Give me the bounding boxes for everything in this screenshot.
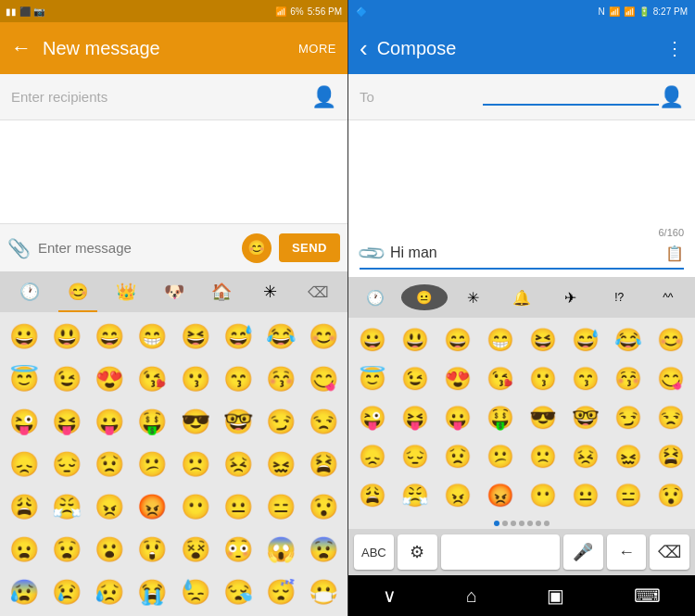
left-emoji-cell[interactable]: 😒 [303,401,344,442]
left-emoji-cell[interactable]: 😕 [132,444,172,484]
right-emoji-cell[interactable]: 😠 [437,477,478,514]
right-emoji-cell[interactable]: 😔 [395,438,436,475]
left-emoji-cell[interactable]: 😙 [218,358,259,399]
left-emoji-button[interactable]: 😊 [242,233,272,263]
left-emoji-cell[interactable]: 😠 [89,486,130,527]
left-emoji-cell[interactable]: 😉 [46,358,87,399]
right-emoji-cell[interactable]: 😙 [565,360,606,397]
right-abc-key[interactable]: ABC [354,534,394,570]
right-to-bar[interactable]: To 👤 [348,74,695,120]
left-message-input[interactable] [38,240,234,256]
right-emoji-cell[interactable]: 😁 [480,321,521,358]
left-contact-icon[interactable]: 👤 [311,85,336,109]
right-attach-icon[interactable]: 📎 [355,237,387,270]
left-emoji-cell[interactable]: 😚 [260,358,301,399]
right-emoji-cell[interactable]: 😒 [651,399,691,436]
left-emoji-cell[interactable]: 😓 [175,572,216,612]
right-emoji-cell[interactable]: 😣 [565,438,606,475]
left-tab-recent[interactable]: 🕐 [6,271,54,312]
left-back-button[interactable]: ← [11,36,32,60]
right-tab-travel[interactable]: ✈ [547,277,594,318]
right-delete-key[interactable]: ⌫ [650,534,689,570]
right-emoji-cell[interactable]: 😀 [352,321,393,358]
right-back-button[interactable]: ‹ [360,34,368,63]
left-emoji-cell[interactable]: 😔 [46,444,87,484]
right-emoji-cell[interactable]: 😄 [437,321,478,358]
left-emoji-cell[interactable]: 😁 [132,316,172,357]
left-emoji-cell[interactable]: 😦 [4,529,44,570]
right-more-button[interactable]: ⋮ [665,37,684,59]
right-to-input[interactable] [483,88,659,106]
left-emoji-cell[interactable]: 😵 [175,529,216,570]
right-emoji-cell[interactable]: 😖 [608,438,649,475]
right-emoji-cell[interactable]: 🤑 [480,399,521,436]
right-emoji-cell[interactable]: 😤 [395,477,436,514]
right-spacebar[interactable] [441,534,560,570]
right-emoji-cell[interactable]: 😉 [395,360,436,397]
left-emoji-cell[interactable]: 😂 [260,316,301,357]
left-emoji-cell[interactable]: 🤑 [132,401,172,442]
right-emoji-cell[interactable]: 😂 [608,321,649,358]
right-emoji-cell[interactable]: 😍 [437,360,478,397]
left-more-button[interactable]: MORE [298,42,336,56]
left-emoji-cell[interactable]: 😎 [175,401,216,442]
right-contact-icon[interactable]: 👤 [659,85,684,109]
left-emoji-cell[interactable]: 😢 [46,572,87,612]
left-tab-places[interactable]: 🏠 [197,271,246,312]
left-emoji-cell[interactable]: 🤓 [218,401,259,442]
right-back-key[interactable]: ← [607,534,647,570]
right-tab-punctuation[interactable]: !? [596,277,643,318]
left-emoji-cell[interactable]: 😋 [303,358,344,399]
right-message-area[interactable]: 6/160 📎 📋 [348,120,695,277]
nav-home-button[interactable]: ⌂ [466,585,477,607]
left-emoji-cell[interactable]: 😣 [218,444,259,484]
nav-keyboard-button[interactable]: ⌨ [634,585,661,607]
nav-back-button[interactable]: ∨ [383,585,397,607]
right-emoji-cell[interactable]: 😜 [352,399,393,436]
left-emoji-cell[interactable]: 😆 [175,316,216,357]
left-emoji-cell[interactable]: 😟 [89,444,130,484]
left-emoji-cell[interactable]: 😲 [132,529,172,570]
right-emoji-cell[interactable]: 😛 [437,399,478,436]
left-emoji-cell[interactable]: 😡 [132,486,172,527]
right-emoji-cell[interactable]: 😕 [480,438,521,475]
right-tab-arrows[interactable]: ^^ [644,277,691,318]
left-tab-crown[interactable]: 👑 [102,271,150,312]
right-emoji-cell[interactable]: 😚 [608,360,649,397]
left-emoji-cell[interactable]: 😍 [89,358,130,399]
left-emoji-cell[interactable]: 😖 [260,444,301,484]
right-emoji-cell[interactable]: 😅 [565,321,606,358]
left-emoji-cell[interactable]: 😝 [46,401,87,442]
left-tab-symbols[interactable]: ✳ [246,271,294,312]
right-emoji-cell[interactable]: 😘 [480,360,521,397]
right-tab-recent[interactable]: 🕐 [352,277,399,318]
left-emoji-cell[interactable]: 😅 [218,316,259,357]
left-tab-delete[interactable]: ⌫ [294,271,342,312]
right-emoji-cell[interactable]: 😝 [395,399,436,436]
right-emoji-cell[interactable]: 😫 [651,438,691,475]
left-emoji-cell[interactable]: 😴 [260,572,301,612]
left-emoji-cell[interactable]: 😩 [4,486,44,527]
left-emoji-cell[interactable]: 😧 [46,529,87,570]
right-tab-bell[interactable]: 🔔 [499,277,546,318]
left-emoji-cell[interactable]: 😱 [260,529,301,570]
left-emoji-cell[interactable]: 😃 [46,316,87,357]
left-emoji-cell[interactable]: 😯 [303,486,344,527]
left-emoji-cell[interactable]: 😳 [218,529,259,570]
left-emoji-cell[interactable]: 😰 [4,572,44,612]
right-emoji-cell[interactable]: 😐 [565,477,606,514]
left-emoji-cell[interactable]: 🙁 [175,444,216,484]
left-emoji-cell[interactable]: 😛 [89,401,130,442]
left-emoji-cell[interactable]: 😷 [303,572,344,612]
left-emoji-cell[interactable]: 😘 [132,358,172,399]
left-emoji-cell[interactable]: 😄 [89,316,130,357]
left-emoji-cell[interactable]: 😊 [303,316,344,357]
right-message-input[interactable] [390,245,658,261]
left-emoji-cell[interactable]: 😑 [260,486,301,527]
right-emoji-cell[interactable]: 😯 [651,477,691,514]
left-emoji-cell[interactable]: 😐 [218,486,259,527]
right-emoji-cell[interactable]: 😞 [352,438,393,475]
right-emoji-cell[interactable]: 🙁 [523,438,563,475]
left-recipients-bar[interactable]: Enter recipients 👤 [0,74,348,120]
left-emoji-cell[interactable]: 😶 [175,486,216,527]
